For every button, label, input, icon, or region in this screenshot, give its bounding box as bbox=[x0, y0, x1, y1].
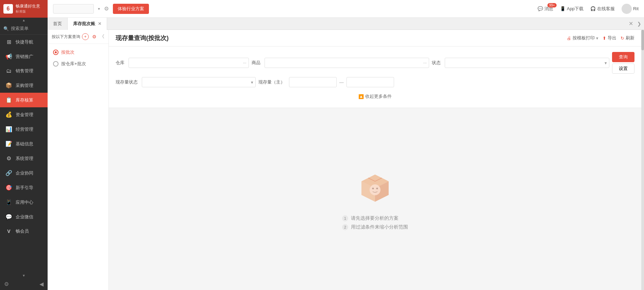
goods-input[interactable] bbox=[267, 60, 423, 66]
online-service-label: 在线客服 bbox=[597, 6, 615, 12]
sidebar-search-area[interactable]: 🔍 搜索菜单 bbox=[0, 23, 48, 35]
data-area: 1 请先选择要分析的方案 2 用过滤条件来缩小分析范围 bbox=[109, 108, 641, 290]
content-area: 按以下方案查询 + ⚙ 《 按批次 按仓库+批次 bbox=[48, 30, 644, 290]
sidebar-item-sales[interactable]: 🗂 销售管理 bbox=[0, 64, 48, 78]
members-label: 畅会员 bbox=[16, 228, 29, 234]
settings-btn[interactable]: 设置 bbox=[612, 64, 634, 74]
sidebar-item-finance[interactable]: 💰 资金管理 bbox=[0, 107, 48, 122]
page-title: 现存量查询(按批次) bbox=[116, 34, 169, 42]
sidebar-scroll-down[interactable]: ▼ bbox=[22, 274, 26, 277]
filter-panel-collapse-icon[interactable]: 《 bbox=[100, 34, 104, 40]
tab-close-icon[interactable]: ✕ bbox=[98, 21, 101, 26]
sidebar-item-basic-info[interactable]: 📝 基础信息 bbox=[0, 137, 48, 151]
sidebar-item-newbie[interactable]: 🎯 新手引导 bbox=[0, 180, 48, 195]
scheme-item-by-warehouse-batch[interactable]: 按仓库+批次 bbox=[48, 58, 108, 70]
query-btn[interactable]: 查询 bbox=[612, 52, 634, 62]
sidebar-item-enterprise[interactable]: 🔗 企业协同 bbox=[0, 166, 48, 180]
right-scrollbar[interactable] bbox=[641, 30, 644, 290]
members-icon: V bbox=[5, 229, 12, 234]
tab-close-main-icon[interactable]: ✕ bbox=[625, 20, 637, 27]
scheme-item-by-batch[interactable]: 按批次 bbox=[48, 47, 108, 58]
export-label: 导出 bbox=[608, 35, 616, 41]
app-download-btn[interactable]: 📱 App下载 bbox=[560, 6, 583, 12]
sidebar-item-app-center[interactable]: 📱 应用中心 bbox=[0, 195, 48, 210]
newbie-label: 新手引导 bbox=[16, 185, 33, 191]
sidebar-item-inventory[interactable]: 📋 库存核算 bbox=[0, 93, 48, 107]
collapse-up-icon: 🔼 bbox=[358, 94, 364, 99]
svg-point-4 bbox=[370, 184, 380, 195]
empty-step-1: 1 请先选择要分析的方案 bbox=[342, 215, 408, 221]
search-menu-label: 搜索菜单 bbox=[11, 25, 29, 32]
message-icon: 💬 bbox=[538, 6, 543, 11]
sidebar-item-quick-nav[interactable]: ⊞ 快捷导航 bbox=[0, 35, 48, 49]
tabbar: 首页 库存批次账 ✕ ✕ ❯ bbox=[48, 18, 644, 30]
inventory-status-chevron-icon: ▾ bbox=[251, 80, 253, 85]
warehouse-label: 仓库 bbox=[116, 60, 124, 66]
sidebar-scroll-up[interactable]: ▲ bbox=[22, 18, 26, 22]
purchase-icon: 📦 bbox=[5, 82, 12, 89]
tab-inventory-batch[interactable]: 库存批次账 ✕ bbox=[68, 18, 107, 30]
warehouse-more-icon[interactable]: ··· bbox=[243, 60, 247, 65]
print-chevron-icon: ▾ bbox=[596, 36, 598, 41]
wechat-label: 企业微信 bbox=[16, 214, 33, 220]
sales-icon: 🗂 bbox=[5, 68, 12, 74]
sidebar-item-wechat[interactable]: 💬 企业微信 bbox=[0, 210, 48, 224]
svg-point-6 bbox=[376, 188, 378, 189]
marketing-label: 营销推广 bbox=[16, 54, 33, 60]
wechat-icon: 💬 bbox=[5, 214, 12, 220]
topbar-search-input[interactable] bbox=[53, 4, 94, 14]
headset-icon: 🎧 bbox=[590, 6, 596, 11]
message-btn[interactable]: 💬 消息 99+ bbox=[538, 6, 553, 12]
industry-btn[interactable]: 体验行业方案 bbox=[113, 4, 149, 14]
newbie-icon: 🎯 bbox=[5, 184, 12, 191]
app-logo: 6 bbox=[3, 4, 13, 14]
print-label: 按模板打印 bbox=[573, 35, 595, 41]
operations-icon: 📊 bbox=[5, 126, 12, 132]
scheme-settings-btn[interactable]: ⚙ bbox=[91, 33, 98, 40]
empty-step-2: 2 用过滤条件来缩小分析范围 bbox=[342, 224, 408, 230]
page-actions: 🖨 按模板打印 ▾ ⬆ 导出 ↻ 刷新 bbox=[567, 35, 634, 41]
topbar-chevron-icon[interactable]: ▾ bbox=[98, 6, 100, 11]
inventory-icon: 📋 bbox=[5, 97, 12, 103]
sidebar-nav: ⊞ 快捷导航 📢 营销推广 🗂 销售管理 📦 采购管理 📋 库存核算 💰 资金管… bbox=[0, 35, 48, 273]
tab-more-icon[interactable]: ❯ bbox=[637, 21, 644, 26]
right-scroll-thumb[interactable] bbox=[641, 30, 644, 50]
export-btn[interactable]: ⬆ 导出 bbox=[603, 35, 616, 41]
online-service-btn[interactable]: 🎧 在线客服 bbox=[590, 6, 615, 12]
main-area: ▾ ⚙ 体验行业方案 💬 消息 99+ 📱 App下载 🎧 在线客服 Rit bbox=[48, 0, 644, 290]
refresh-btn[interactable]: ↻ 刷新 bbox=[621, 35, 634, 41]
basic-info-label: 基础信息 bbox=[16, 141, 33, 147]
marketing-icon: 📢 bbox=[5, 53, 12, 60]
current-qty-min-input[interactable] bbox=[289, 77, 337, 87]
basic-info-icon: 📝 bbox=[5, 141, 12, 147]
search-icon: 🔍 bbox=[3, 26, 9, 31]
sidebar-settings-icon[interactable]: ⚙ bbox=[4, 281, 9, 287]
sidebar-item-system[interactable]: ⚙ 系统管理 bbox=[0, 151, 48, 166]
topbar-gear-icon[interactable]: ⚙ bbox=[104, 5, 109, 12]
sidebar-bottom: ⚙ ◀ bbox=[0, 278, 48, 290]
add-scheme-btn[interactable]: + bbox=[82, 33, 89, 40]
print-btn[interactable]: 🖨 按模板打印 ▾ bbox=[567, 35, 598, 41]
sidebar-item-operations[interactable]: 📊 经营管理 bbox=[0, 122, 48, 137]
warehouse-input[interactable] bbox=[131, 60, 243, 66]
goods-more-icon[interactable]: ··· bbox=[423, 60, 427, 65]
app-name: 畅康通好生意 bbox=[16, 4, 40, 9]
scheme-dot-active bbox=[53, 50, 58, 55]
sidebar-item-purchase[interactable]: 📦 采购管理 bbox=[0, 78, 48, 93]
search-menu-btn[interactable]: 🔍 搜索菜单 bbox=[3, 25, 44, 32]
current-qty-max-input[interactable] bbox=[346, 77, 394, 87]
sidebar-collapse-icon[interactable]: ◀ bbox=[39, 281, 44, 287]
sidebar-item-marketing[interactable]: 📢 营销推广 bbox=[0, 49, 48, 64]
sidebar-item-members[interactable]: V 畅会员 bbox=[0, 224, 48, 238]
step-2-text: 用过滤条件来缩小分析范围 bbox=[351, 224, 408, 230]
sidebar: 6 畅康通好生意 标准版 ▲ 🔍 搜索菜单 ⊞ 快捷导航 📢 营销推广 🗂 销售… bbox=[0, 0, 48, 290]
empty-state: 1 请先选择要分析的方案 2 用过滤条件来缩小分析范围 bbox=[342, 168, 408, 230]
goods-label: 商品 bbox=[252, 60, 260, 66]
collapse-more-btn[interactable]: 🔼 收起更多条件 bbox=[116, 91, 634, 102]
user-profile-btn[interactable]: Rit bbox=[622, 4, 639, 14]
topbar: ▾ ⚙ 体验行业方案 💬 消息 99+ 📱 App下载 🎧 在线客服 Rit bbox=[48, 0, 644, 18]
svg-point-5 bbox=[372, 188, 374, 189]
empty-icon bbox=[355, 168, 395, 209]
tab-home[interactable]: 首页 bbox=[48, 18, 68, 30]
filter-area: 仓库 ··· 商品 ··· bbox=[109, 47, 641, 108]
